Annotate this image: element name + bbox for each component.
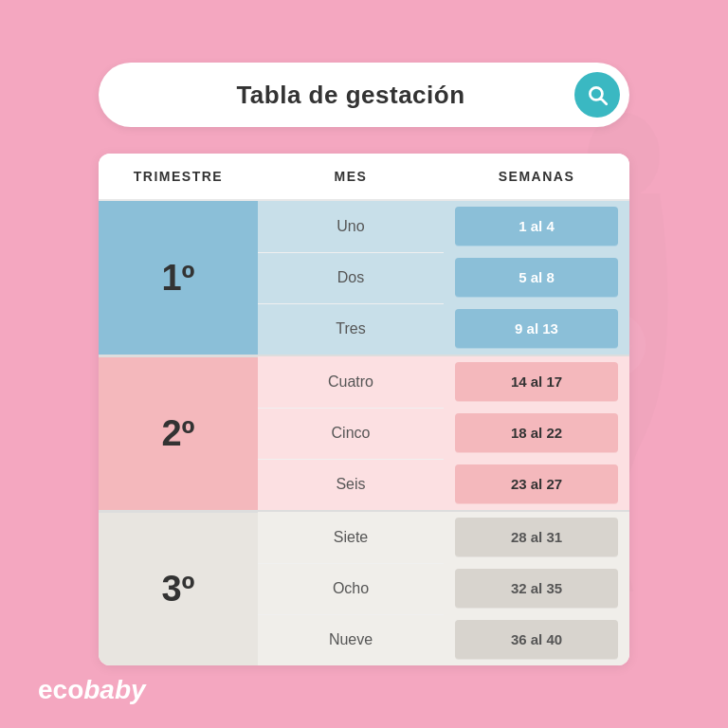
week-5-8: 5 al 8 <box>455 258 618 298</box>
month-uno: Uno <box>258 200 444 252</box>
week-23-27: 23 al 27 <box>455 464 618 504</box>
search-icon <box>585 82 610 107</box>
main-container: Tabla de gestación TRIMESTRE MES SEMANAS… <box>42 63 686 665</box>
week-14-17: 14 al 17 <box>455 362 618 402</box>
week-32-35: 32 al 35 <box>455 569 618 609</box>
col-header-semanas: SEMANAS <box>444 154 629 200</box>
search-button[interactable] <box>574 72 620 118</box>
month-ocho: Ocho <box>258 563 444 614</box>
week-18-22-cell: 18 al 22 <box>444 408 629 459</box>
month-siete: Siete <box>258 512 444 563</box>
brand-eco: eco <box>38 675 83 704</box>
week-28-31-cell: 28 al 31 <box>444 512 629 563</box>
month-tres: Tres <box>258 303 444 355</box>
week-9-13-cell: 9 al 13 <box>444 303 629 355</box>
gestation-table: TRIMESTRE MES SEMANAS 1º Uno 1 al 4 Dos <box>99 154 629 665</box>
week-1-4-cell: 1 al 4 <box>444 200 629 252</box>
search-bar: Tabla de gestación <box>99 63 629 127</box>
col-header-mes: MES <box>258 154 444 200</box>
col-header-trimestre: TRIMESTRE <box>99 154 258 200</box>
week-1-4: 1 al 4 <box>455 207 618 246</box>
brand-baby: baby <box>83 675 145 704</box>
table-row: 2º Cuatro 14 al 17 <box>99 356 629 408</box>
month-cuatro: Cuatro <box>258 356 444 408</box>
table-row: 1º Uno 1 al 4 <box>99 200 629 252</box>
week-32-35-cell: 32 al 35 <box>444 563 629 614</box>
month-dos: Dos <box>258 252 444 303</box>
week-5-8-cell: 5 al 8 <box>444 252 629 303</box>
page-title: Tabla de gestación <box>127 81 574 110</box>
week-23-27-cell: 23 al 27 <box>444 459 629 510</box>
table-row: 3º Siete 28 al 31 <box>99 512 629 563</box>
week-14-17-cell: 14 al 17 <box>444 356 629 408</box>
trimester-3-cell: 3º <box>99 512 258 665</box>
week-18-22: 18 al 22 <box>455 413 618 453</box>
month-nueve: Nueve <box>258 614 444 665</box>
month-seis: Seis <box>258 459 444 510</box>
trimester-2-cell: 2º <box>99 356 258 510</box>
brand-logo: ecobaby <box>38 675 146 705</box>
week-36-40: 36 al 40 <box>455 620 618 660</box>
week-28-31: 28 al 31 <box>455 518 618 557</box>
month-cinco: Cinco <box>258 408 444 459</box>
week-9-13: 9 al 13 <box>455 309 618 349</box>
week-36-40-cell: 36 al 40 <box>444 614 629 665</box>
trimester-1-cell: 1º <box>99 200 258 355</box>
